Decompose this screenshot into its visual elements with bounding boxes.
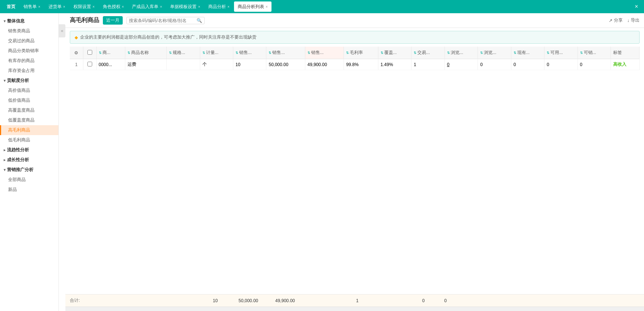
nav-tab-auth[interactable]: 权限设置 × xyxy=(70,1,98,12)
nav-tab-role[interactable]: 角色授权 × xyxy=(99,1,128,12)
bottom-scrollbar[interactable] xyxy=(65,307,644,311)
search-box: 🔍 xyxy=(126,17,205,24)
footer-available: 0 xyxy=(444,298,466,303)
cell-coverage: 1.49% xyxy=(378,59,411,70)
nav-label-auth: 权限设置 xyxy=(73,4,91,10)
export-button[interactable]: ↓ 导出 xyxy=(627,17,640,23)
nav-tab-sales[interactable]: 销售单 × xyxy=(20,1,44,12)
cell-tag: 高收入 xyxy=(611,59,640,70)
sidebar-item-category-rate[interactable]: 商品分类助销率 xyxy=(0,46,58,56)
nav-tab-template[interactable]: 单据模板设置 × xyxy=(166,1,204,12)
views1-link[interactable]: 0 xyxy=(447,62,450,67)
sidebar-item-high-value[interactable]: 高价值商品 xyxy=(0,86,58,95)
content-area: 高毛利商品 近一月 🔍 ↗ 分享 ↓ 导出 ◆ 企业的主要的利润都是这部分商品创… xyxy=(65,13,644,311)
arrow-trend: ▸ xyxy=(4,148,6,152)
sort-icon-unit: ⇅ xyxy=(202,51,205,55)
nav-tab-purchase[interactable]: 进货单 × xyxy=(45,1,69,12)
sort-icon-gross-margin: ⇅ xyxy=(346,51,349,55)
sidebar-group-trend[interactable]: ▸ 流趋性分析 xyxy=(0,145,58,155)
sidebar-group-growth-label: 成长性分析 xyxy=(7,157,29,163)
close-sales-icon[interactable]: × xyxy=(38,5,40,9)
col-views1: ⇅ 浏览... xyxy=(445,47,478,59)
close-all-tabs[interactable]: × xyxy=(632,3,641,10)
col-settings[interactable]: ⚙ xyxy=(70,47,83,59)
col-checkbox[interactable] xyxy=(83,47,96,59)
close-role-icon[interactable]: × xyxy=(122,5,124,9)
row-checkbox[interactable] xyxy=(87,62,92,66)
sidebar-group-contribution[interactable]: ▾ 贡献度分析 xyxy=(0,76,58,86)
sidebar-item-in-stock[interactable]: 有库存的商品 xyxy=(0,56,58,66)
sidebar-item-low-margin[interactable]: 低毛利商品 xyxy=(0,135,58,145)
info-banner: ◆ 企业的主要的利润都是这部分商品创造的，可考虑加大推广，同时关注库存是不要出现… xyxy=(70,31,640,44)
nav-tab-analysis-list[interactable]: 商品分析列表 × xyxy=(234,1,271,12)
sort-icon-available: ⇅ xyxy=(547,51,550,55)
col-saleable: ⇅ 可销... xyxy=(578,47,611,59)
table-footer: 合计: 10 50,000.00 49,900.00 1 0 0 xyxy=(65,294,644,307)
cell-views2: 0 xyxy=(478,59,511,70)
sidebar-group-contribution-label: 贡献度分析 xyxy=(7,77,29,84)
close-purchase-icon[interactable]: × xyxy=(63,5,65,9)
cell-checkbox[interactable] xyxy=(83,59,96,70)
arrow-marketing: ▾ xyxy=(4,168,6,172)
nav-label-purchase: 进货单 xyxy=(48,4,62,10)
footer-sales-amount: 50,000.00 xyxy=(238,298,275,303)
sidebar-item-low-value[interactable]: 低价值商品 xyxy=(0,95,58,105)
sidebar-item-new-goods[interactable]: 新品 xyxy=(0,185,58,195)
search-icon[interactable]: 🔍 xyxy=(197,18,202,23)
sort-icon-views1: ⇅ xyxy=(447,51,450,55)
sidebar-item-all-goods[interactable]: 全部商品 xyxy=(0,175,58,185)
sidebar-item-sales-goods[interactable]: 销售类商品 xyxy=(0,26,58,36)
cell-transactions: 1 xyxy=(411,59,445,70)
close-analysis-list-icon[interactable]: × xyxy=(266,5,268,9)
nav-tab-product-inbound[interactable]: 产成品入库单 × xyxy=(128,1,166,12)
close-auth-icon[interactable]: × xyxy=(93,5,95,9)
search-input[interactable] xyxy=(129,18,195,23)
cell-current-stock: 0 xyxy=(511,59,544,70)
sidebar-toggle-btn[interactable]: « xyxy=(59,24,65,37)
cell-available: 0 xyxy=(544,59,578,70)
col-gross-margin: ⇅ 毛利率 xyxy=(344,47,378,59)
select-all-checkbox[interactable] xyxy=(87,50,92,55)
sort-icon-sales-qty: ⇅ xyxy=(235,51,238,55)
close-analysis-icon[interactable]: × xyxy=(227,5,230,9)
cell-gross-margin: 99.8% xyxy=(344,59,378,70)
col-sales-amount: ⇅ 销售... xyxy=(266,47,305,59)
sidebar-item-stock-capital[interactable]: 库存资金占用 xyxy=(0,66,58,76)
sidebar-group-overview-label: 整体信息 xyxy=(7,18,25,24)
sort-icon-name: ⇅ xyxy=(127,51,130,55)
sort-icon-sales-cost: ⇅ xyxy=(307,51,310,55)
close-product-inbound-icon[interactable]: × xyxy=(160,5,162,9)
footer-sales-cost: 49,900.00 xyxy=(275,298,312,303)
cell-unit: 个 xyxy=(200,59,233,70)
page-title: 高毛利商品 xyxy=(70,17,99,24)
footer-transactions: 1 xyxy=(356,298,378,303)
close-template-icon[interactable]: × xyxy=(198,5,200,9)
table-header-row: ⚙ ⇅ 商... ⇅ xyxy=(70,47,640,59)
sidebar-group-overview[interactable]: ▾ 整体信息 xyxy=(0,16,58,26)
sidebar-item-low-coverage[interactable]: 低覆盖度商品 xyxy=(0,115,58,125)
sidebar-item-high-margin[interactable]: 高毛利商品 xyxy=(0,125,58,135)
header-actions: ↗ 分享 ↓ 导出 xyxy=(609,17,640,23)
col-views2: ⇅ 浏览... xyxy=(478,47,511,59)
sidebar-item-traded-goods[interactable]: 交易过的商品 xyxy=(0,36,58,46)
sidebar-item-high-coverage[interactable]: 高覆盖度商品 xyxy=(0,105,58,115)
cell-views1[interactable]: 0 xyxy=(445,59,478,70)
filter-recent-month[interactable]: 近一月 xyxy=(103,16,123,25)
info-icon: ◆ xyxy=(75,35,78,40)
col-available: ⇅ 可用... xyxy=(544,47,578,59)
cell-name[interactable]: 运费 xyxy=(125,59,167,70)
info-banner-text: 企业的主要的利润都是这部分商品创造的，可考虑加大推广，同时关注库存是不要出现缺货 xyxy=(80,34,256,40)
arrow-growth: ▸ xyxy=(4,158,6,162)
share-button[interactable]: ↗ 分享 xyxy=(609,17,623,23)
sidebar-group-growth[interactable]: ▸ 成长性分析 xyxy=(0,155,58,165)
sidebar-group-marketing[interactable]: ▾ 营销推广分析 xyxy=(0,165,58,175)
sort-icon-code: ⇅ xyxy=(99,51,102,55)
col-name: ⇅ 商品名称 xyxy=(125,47,167,59)
content-header: 高毛利商品 近一月 🔍 ↗ 分享 ↓ 导出 xyxy=(65,13,644,28)
product-table: ⚙ ⇅ 商... ⇅ xyxy=(70,47,640,70)
footer-sales-qty: 10 xyxy=(213,298,235,303)
cell-sales-cost: 49,900.00 xyxy=(305,59,343,70)
sort-icon-sales-amount: ⇅ xyxy=(269,51,271,55)
nav-tab-home[interactable]: 首页 xyxy=(3,1,19,12)
nav-tab-analysis[interactable]: 商品分析 × xyxy=(205,1,233,12)
